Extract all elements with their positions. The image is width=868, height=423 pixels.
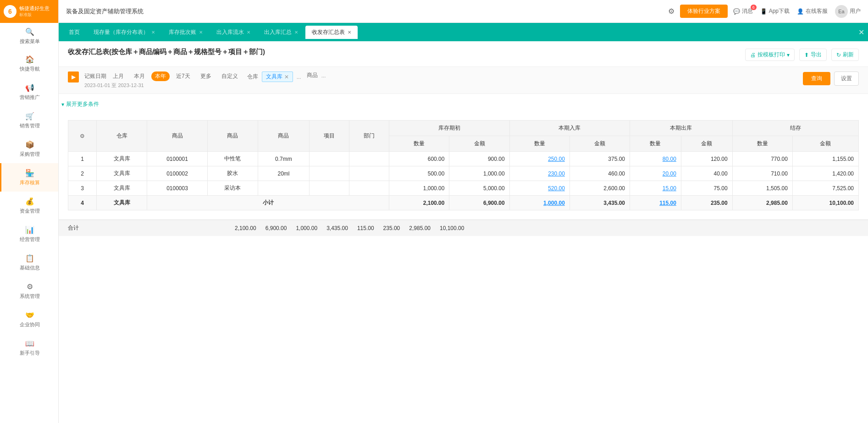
tab-close-icon[interactable]: ✕ xyxy=(294,30,298,35)
th-balance-qty: 数量 xyxy=(732,136,792,152)
total-opening-qty: 2,100.00 xyxy=(235,225,256,231)
sidebar: 6 畅捷通好生意 标准版 🔍 搜索菜单 🏠 快捷导航 📢 营销推广 🛒 销售管理… xyxy=(0,0,59,423)
date-filter-custom[interactable]: 自定义 xyxy=(218,71,242,81)
tab-label: 出入库汇总 xyxy=(264,28,292,36)
system-icon: ⚙ xyxy=(27,282,33,291)
th-project: 项目 xyxy=(309,121,349,152)
subtotal-out-qty[interactable]: 115.00 xyxy=(630,196,681,210)
tab-home[interactable]: 首页 xyxy=(62,26,86,39)
print-btn-label: 按模板打印 xyxy=(757,51,785,59)
sidebar-item-system[interactable]: ⚙ 系统管理 xyxy=(0,277,58,305)
filter-bar: ▶ 记账日期 上月 本月 本年 近7天 更多 自定义 2023-01-01 至 … xyxy=(59,67,868,94)
export-btn[interactable]: ⬆ 导出 xyxy=(799,49,827,61)
tab-label: 库存批次账 xyxy=(169,28,196,36)
product-more-btn[interactable]: ... xyxy=(321,72,326,79)
basic-info-icon: 📋 xyxy=(25,254,34,263)
sidebar-item-marketing[interactable]: 📢 营销推广 xyxy=(0,78,58,106)
row-in-qty[interactable]: 230.00 xyxy=(509,166,569,181)
row-warehouse: 文具库 xyxy=(97,152,147,166)
row-product-spec: 20ml xyxy=(258,166,310,181)
query-button[interactable]: 查询 xyxy=(803,72,830,85)
warehouse-tag[interactable]: 文具库 ✕ xyxy=(262,71,293,82)
tab-batch[interactable]: 库存批次账 ✕ xyxy=(162,26,209,39)
row-department xyxy=(349,152,389,166)
settings-icon[interactable]: ⚙ xyxy=(668,7,674,16)
guide-icon: 📖 xyxy=(25,339,34,348)
settings-button[interactable]: 设置 xyxy=(834,71,859,86)
date-filter-this-year[interactable]: 本年 xyxy=(151,71,170,81)
sidebar-item-search[interactable]: 🔍 搜索菜单 xyxy=(0,23,58,49)
online-service-label: 在线客服 xyxy=(806,7,828,15)
tab-close-icon[interactable]: ✕ xyxy=(199,30,203,35)
filter-toggle-btn[interactable]: ▶ xyxy=(68,71,79,82)
th-balance-amt: 金额 xyxy=(792,136,858,152)
warehouse-label: 仓库 xyxy=(247,73,258,81)
th-gear[interactable]: ⚙ xyxy=(68,121,97,152)
sidebar-item-enterprise[interactable]: 🤝 企业协同 xyxy=(0,305,58,334)
tab-flow[interactable]: 出入库流水 ✕ xyxy=(210,26,257,39)
th-opening-group: 库存期初 xyxy=(389,121,509,136)
total-in-amt: 3,435.00 xyxy=(326,225,348,231)
row-project xyxy=(309,152,349,166)
row-out-qty[interactable]: 20.00 xyxy=(630,166,681,181)
tab-summary[interactable]: 出入库汇总 ✕ xyxy=(258,26,304,39)
date-filter-this-month[interactable]: 本月 xyxy=(130,71,149,81)
row-out-qty[interactable]: 15.00 xyxy=(630,181,681,196)
online-service-btn[interactable]: 👤 在线客服 xyxy=(797,7,828,15)
row-product-code: 0100003 xyxy=(147,181,207,196)
sidebar-logo: 6 畅捷通好生意 标准版 xyxy=(0,0,58,23)
refresh-btn[interactable]: ↻ 刷新 xyxy=(831,49,859,61)
system-name: 装备及固定资产辅助管理系统 xyxy=(66,7,663,16)
th-out-qty: 数量 xyxy=(630,136,681,152)
warehouse-filter: 仓库 文具库 ✕ ... xyxy=(247,71,301,82)
sidebar-item-inventory[interactable]: 🏪 库存核算 xyxy=(0,163,58,192)
sidebar-item-label: 系统管理 xyxy=(20,293,40,300)
sidebar-item-guide[interactable]: 📖 新手引导 xyxy=(0,334,58,362)
sidebar-item-quick-nav[interactable]: 🏠 快捷导航 xyxy=(0,49,58,78)
print-btn[interactable]: 🖨 按模板打印 ▾ xyxy=(745,49,795,61)
th-in-qty: 数量 xyxy=(509,136,569,152)
date-filter-group: 记账日期 上月 本月 本年 近7天 更多 自定义 2023-01-01 至 20… xyxy=(84,71,242,89)
finance-icon: 💰 xyxy=(25,197,34,206)
row-project xyxy=(309,166,349,181)
app-download-btn[interactable]: 📱 App下载 xyxy=(760,7,790,15)
tab-inventory-dist[interactable]: 现存量（库存分布表） ✕ xyxy=(87,26,161,39)
tab-close-icon[interactable]: ✕ xyxy=(151,30,155,35)
date-label: 记账日期 xyxy=(84,72,106,80)
row-in-qty[interactable]: 520.00 xyxy=(509,181,569,196)
close-all-tabs-btn[interactable]: ✕ xyxy=(858,28,864,37)
tab-close-icon[interactable]: ✕ xyxy=(247,30,250,35)
row-out-qty[interactable]: 80.00 xyxy=(630,152,681,166)
sidebar-item-operation[interactable]: 📊 经营管理 xyxy=(0,220,58,248)
sidebar-item-basic-info[interactable]: 📋 基础信息 xyxy=(0,248,58,277)
sidebar-item-finance[interactable]: 💰 资金管理 xyxy=(0,192,58,220)
expand-filters-btn[interactable]: ▾ 展开更多条件 xyxy=(61,100,865,108)
row-in-qty[interactable]: 250.00 xyxy=(509,152,569,166)
data-table: ⚙ 仓库 商品 商品 商品 项目 部门 库存期初 本期入库 本期出库 结存 数量 xyxy=(68,120,859,210)
tab-close-icon[interactable]: ✕ xyxy=(348,30,351,35)
th-opening-qty: 数量 xyxy=(389,136,449,152)
date-filter-last-month[interactable]: 上月 xyxy=(109,71,127,81)
row-balance-amt: 1,420.00 xyxy=(792,166,858,181)
row-opening-qty: 1,000.00 xyxy=(389,181,449,196)
sidebar-item-label: 搜索菜单 xyxy=(20,38,40,45)
warehouse-more-btn[interactable]: ... xyxy=(297,74,301,80)
messages-btn[interactable]: 💬 消息 6 xyxy=(733,7,753,15)
sidebar-item-purchase[interactable]: 📦 采购管理 xyxy=(0,135,58,163)
sales-icon: 🛒 xyxy=(25,112,34,121)
tab-receive-summary[interactable]: 收发存汇总表 ✕ xyxy=(305,26,358,39)
sidebar-item-sales[interactable]: 🛒 销售管理 xyxy=(0,106,58,135)
row-opening-qty: 500.00 xyxy=(389,166,449,181)
logo-text: 畅捷通好生意 标准版 xyxy=(19,5,50,17)
row-product-code: 0100001 xyxy=(147,152,207,166)
row-out-amt: 120.00 xyxy=(681,152,732,166)
trial-btn[interactable]: 体验行业方案 xyxy=(680,5,728,18)
date-filter-more[interactable]: 更多 xyxy=(197,71,215,81)
date-filter-7days[interactable]: 近7天 xyxy=(172,71,194,81)
inventory-icon: 🏪 xyxy=(25,169,34,177)
subtotal-row: 4 文具库 小计 2,100.00 6,900.00 1,000.00 3,43… xyxy=(68,196,859,210)
user-avatar[interactable]: Ea 用户 xyxy=(835,5,861,18)
subtotal-in-qty[interactable]: 1,000.00 xyxy=(509,196,569,210)
row-index: 3 xyxy=(68,181,97,196)
warehouse-tag-close-icon[interactable]: ✕ xyxy=(284,74,289,80)
